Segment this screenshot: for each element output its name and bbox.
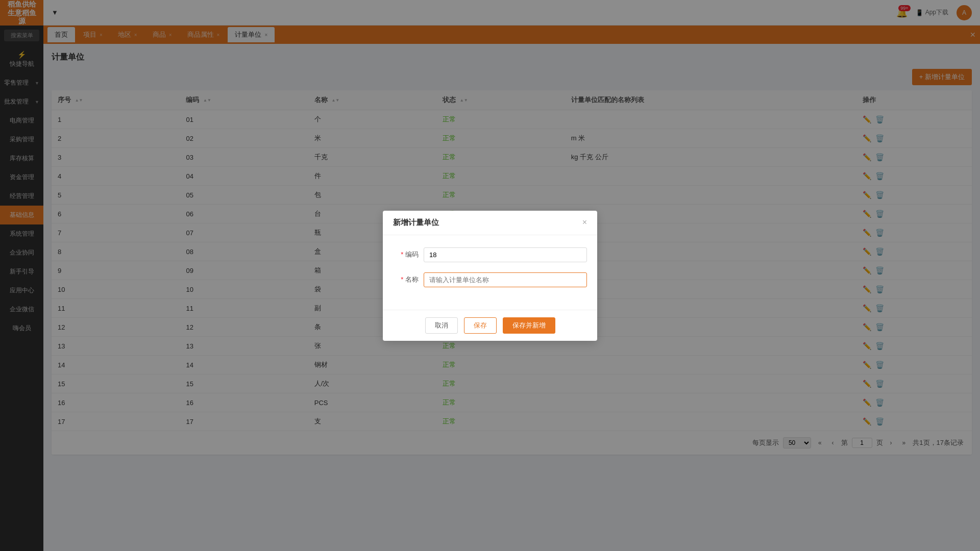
form-row-name: 名称 [393,272,587,287]
modal-close-button[interactable]: × [582,218,587,227]
save-button[interactable]: 保存 [464,317,497,334]
cancel-button[interactable]: 取消 [425,317,458,334]
form-row-code: 编码 [393,247,587,262]
name-input[interactable] [424,272,587,287]
modal-body: 编码 名称 [383,235,597,310]
name-label: 名称 [393,275,424,284]
modal-title: 新增计量单位 [393,218,439,228]
modal-header: 新增计量单位 × [383,211,597,235]
code-input[interactable] [424,247,587,262]
modal-overlay: 新增计量单位 × 编码 名称 取消 保存 保存并新增 [0,0,980,551]
code-label: 编码 [393,250,424,259]
modal-footer: 取消 保存 保存并新增 [383,310,597,341]
save-and-new-button[interactable]: 保存并新增 [503,317,555,334]
add-unit-modal: 新增计量单位 × 编码 名称 取消 保存 保存并新增 [383,211,597,341]
